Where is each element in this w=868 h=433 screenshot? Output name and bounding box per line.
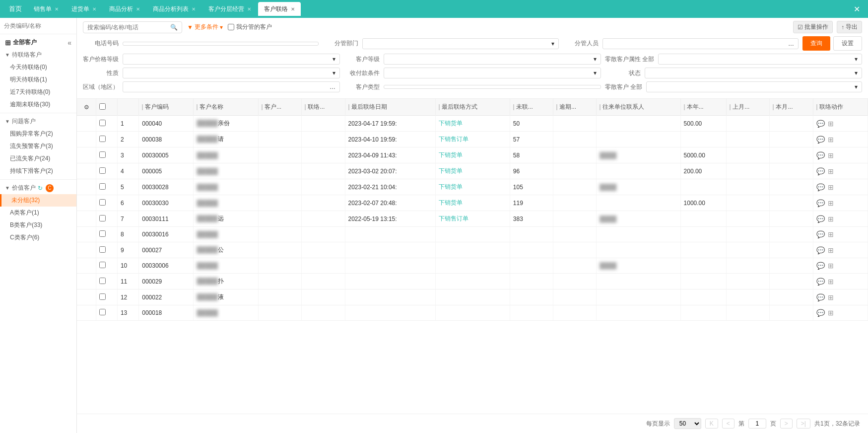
chat-icon[interactable]: 💬 bbox=[816, 199, 825, 207]
filter-area-select[interactable]: … bbox=[123, 81, 340, 92]
export-btn[interactable]: ↑ 导出 bbox=[837, 21, 862, 33]
contact-method-link[interactable]: 下销货单 bbox=[439, 183, 463, 190]
contact-method-link[interactable]: 下销货单 bbox=[439, 199, 463, 206]
sidebar-item-b-class[interactable]: B类客户(33) bbox=[0, 219, 76, 231]
row-checkbox[interactable] bbox=[99, 262, 106, 268]
tab-sales-order[interactable]: 销售单 ✕ bbox=[28, 2, 65, 16]
filter-more-conditions-btn[interactable]: ▼ 更多条件 ▾ bbox=[187, 23, 223, 31]
filter-customer-level-select[interactable]: ▾ bbox=[384, 54, 601, 65]
grid-action-icon[interactable]: ⊞ bbox=[828, 120, 834, 128]
sidebar-item-churned[interactable]: 已流失客户(24) bbox=[0, 152, 76, 165]
sidebar-item-c-class[interactable]: C类客户(6) bbox=[0, 231, 76, 244]
filter-retail-attr-select[interactable]: ▾ bbox=[658, 54, 862, 65]
row-checkbox[interactable] bbox=[99, 215, 106, 221]
tab-close-customer-contact[interactable]: ✕ bbox=[291, 6, 295, 12]
chat-icon[interactable]: 💬 bbox=[816, 246, 825, 254]
per-page-select[interactable]: 50 100 200 bbox=[674, 418, 701, 429]
first-page-btn[interactable]: K bbox=[705, 419, 718, 429]
grid-action-icon[interactable]: ⊞ bbox=[828, 246, 834, 254]
filter-retail-customer-select[interactable]: ▾ bbox=[646, 81, 862, 92]
batch-operations-btn[interactable]: ☑ 批量操作 bbox=[793, 21, 833, 33]
query-button[interactable]: 查询 bbox=[802, 36, 830, 51]
last-page-btn[interactable]: >| bbox=[797, 419, 810, 429]
tab-close-customer-segment[interactable]: ✕ bbox=[247, 6, 251, 12]
th-type[interactable]: 客户... bbox=[259, 99, 302, 116]
tab-customer-segment[interactable]: 客户分层经营 ✕ bbox=[202, 2, 257, 16]
refresh-icon[interactable]: ↻ bbox=[38, 185, 43, 192]
row-checkbox[interactable] bbox=[99, 167, 106, 174]
th-name[interactable]: 客户名称 bbox=[194, 99, 259, 116]
sidebar-collapse-btn[interactable]: « bbox=[67, 39, 71, 47]
grid-action-icon[interactable]: ⊞ bbox=[828, 230, 834, 238]
row-checkbox[interactable] bbox=[99, 230, 106, 237]
contact-method-link[interactable]: 下销售订单 bbox=[439, 215, 468, 222]
row-checkbox[interactable] bbox=[99, 246, 106, 253]
chat-icon[interactable]: 💬 bbox=[816, 120, 825, 128]
filter-manager-select[interactable]: … bbox=[602, 38, 799, 49]
chat-icon[interactable]: 💬 bbox=[816, 136, 825, 144]
grid-action-icon[interactable]: ⊞ bbox=[828, 136, 834, 144]
tab-home[interactable]: 首页 bbox=[4, 4, 27, 13]
chat-icon[interactable]: 💬 bbox=[816, 215, 825, 223]
grid-action-icon[interactable]: ⊞ bbox=[828, 293, 834, 301]
sidebar-item-today-pending[interactable]: 今天待联络(0) bbox=[0, 61, 76, 73]
grid-action-icon[interactable]: ⊞ bbox=[828, 167, 834, 175]
contact-method-link[interactable]: 下销货单 bbox=[439, 151, 463, 158]
filter-dept-select[interactable]: ▾ bbox=[362, 38, 558, 49]
tab-customer-contact[interactable]: 客户联络 ✕ bbox=[258, 2, 301, 16]
row-checkbox[interactable] bbox=[99, 199, 106, 206]
row-checkbox[interactable] bbox=[99, 293, 106, 300]
row-checkbox[interactable] bbox=[99, 120, 106, 126]
grid-action-icon[interactable]: ⊞ bbox=[828, 278, 834, 286]
sidebar-item-a-class[interactable]: A类客户(1) bbox=[0, 207, 76, 219]
grid-action-icon[interactable]: ⊞ bbox=[828, 262, 834, 270]
row-checkbox[interactable] bbox=[99, 151, 106, 158]
filter-nature-select[interactable]: ▾ bbox=[123, 68, 340, 78]
chat-icon[interactable]: 💬 bbox=[816, 167, 825, 175]
next-page-btn[interactable]: > bbox=[780, 419, 793, 429]
tab-bar-close-all[interactable]: ✕ bbox=[850, 4, 864, 14]
chat-icon[interactable]: 💬 bbox=[816, 309, 825, 317]
chat-icon[interactable]: 💬 bbox=[816, 262, 825, 270]
th-unit-contact[interactable]: 往来单位联系人 bbox=[597, 99, 680, 116]
my-customers-checkbox-label[interactable]: 我分管的客户 bbox=[228, 23, 272, 31]
row-checkbox[interactable] bbox=[99, 183, 106, 190]
tab-purchase-order[interactable]: 进货单 ✕ bbox=[66, 2, 102, 16]
sidebar-item-ungraded[interactable]: 未分组(32) bbox=[0, 194, 76, 207]
tab-close-product-analysis[interactable]: ✕ bbox=[136, 6, 140, 12]
tab-close-purchase[interactable]: ✕ bbox=[92, 6, 96, 12]
row-checkbox[interactable] bbox=[99, 136, 106, 142]
filter-search-input[interactable] bbox=[87, 24, 168, 31]
tab-close-sales[interactable]: ✕ bbox=[55, 6, 59, 12]
filter-search-icon[interactable]: 🔍 bbox=[170, 24, 178, 31]
page-input[interactable] bbox=[748, 419, 766, 429]
contact-method-link[interactable]: 下销货单 bbox=[439, 167, 463, 174]
sidebar-item-declining[interactable]: 持续下滑客户(2) bbox=[0, 165, 76, 177]
contact-method-link[interactable]: 下销货单 bbox=[439, 120, 463, 127]
grid-action-icon[interactable]: ⊞ bbox=[828, 183, 834, 191]
sidebar-item-abnormal-hoard[interactable]: 囤购异常客户(2) bbox=[0, 128, 76, 140]
grid-action-icon[interactable]: ⊞ bbox=[828, 199, 834, 207]
sidebar-item-overdue-pending[interactable]: 逾期未联络(30) bbox=[0, 98, 76, 111]
row-checkbox[interactable] bbox=[99, 278, 106, 284]
tab-close-product-list[interactable]: ✕ bbox=[192, 6, 196, 12]
th-last-month[interactable]: 上月... bbox=[727, 99, 770, 116]
grid-action-icon[interactable]: ⊞ bbox=[828, 309, 834, 317]
filter-phone-input[interactable] bbox=[123, 42, 319, 46]
chat-icon[interactable]: 💬 bbox=[816, 293, 825, 301]
sidebar-search-input[interactable] bbox=[4, 22, 77, 29]
sidebar-item-7day-pending[interactable]: 近7天待联络(0) bbox=[0, 86, 76, 98]
th-this-year[interactable]: 本年... bbox=[680, 99, 727, 116]
chat-icon[interactable]: 💬 bbox=[816, 230, 825, 238]
th-this-month[interactable]: 本月... bbox=[770, 99, 813, 116]
contact-method-link[interactable]: 下销售订单 bbox=[439, 136, 468, 143]
prev-page-btn[interactable]: < bbox=[722, 419, 734, 429]
reset-button[interactable]: 设置 bbox=[833, 36, 862, 51]
chat-icon[interactable]: 💬 bbox=[816, 151, 825, 159]
th-code[interactable]: 客户编码 bbox=[139, 99, 194, 116]
th-gear[interactable]: ⚙ bbox=[77, 99, 96, 116]
th-no-contact-days[interactable]: 未联... bbox=[510, 99, 553, 116]
row-checkbox[interactable] bbox=[99, 309, 106, 315]
grid-action-icon[interactable]: ⊞ bbox=[828, 215, 834, 223]
grid-action-icon[interactable]: ⊞ bbox=[828, 151, 834, 159]
